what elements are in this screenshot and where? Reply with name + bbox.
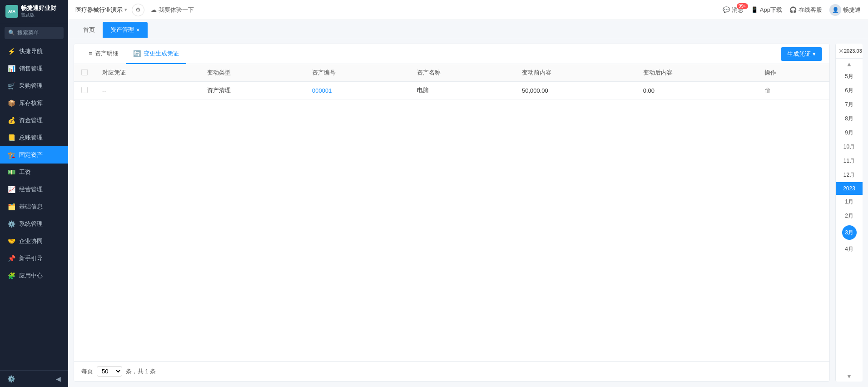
sidebar-item-label: 工资 bbox=[19, 168, 31, 176]
row-checkbox[interactable] bbox=[81, 87, 88, 93]
side-panel: ✕ 2023.03 ⤢ ▲ 5月6月7月8月9月10月11月12月20231月2… bbox=[835, 44, 863, 382]
cell-asset-code[interactable]: 000001 bbox=[305, 82, 410, 99]
tab-change-voucher-label: 变更生成凭证 bbox=[144, 50, 179, 58]
side-panel-expand-icon[interactable]: ⤢ bbox=[862, 47, 863, 55]
month-item-active[interactable]: 3月 bbox=[842, 225, 857, 240]
chevron-down-icon: ▾ bbox=[813, 50, 816, 57]
col-checkbox bbox=[74, 64, 95, 82]
month-item[interactable]: 6月 bbox=[836, 84, 863, 98]
sidebar-item-label: 系统管理 bbox=[19, 220, 43, 228]
sidebar-item-guide[interactable]: 📌 新手引导 bbox=[0, 250, 68, 267]
sales-icon: 📊 bbox=[7, 64, 15, 73]
year-label-2023[interactable]: 2023 bbox=[836, 182, 863, 195]
month-list: 5月6月7月8月9月10月11月12月20231月2月3月4月 bbox=[836, 69, 863, 371]
settings-icon[interactable]: ⚙️ bbox=[7, 375, 15, 382]
company-name: 医疗器械行业演示 bbox=[75, 6, 123, 14]
system-icon: ⚙️ bbox=[7, 220, 15, 228]
search-menu[interactable]: 🔍 搜索菜单 bbox=[5, 27, 64, 39]
month-nav-up[interactable]: ▲ bbox=[836, 59, 863, 69]
app-download-label: App下载 bbox=[760, 6, 782, 14]
app-name: 畅捷通好业财 bbox=[21, 5, 56, 12]
tabbar: 首页 资产管理 ✕ bbox=[68, 20, 868, 38]
per-page-select[interactable]: 50 10 20 100 bbox=[97, 366, 122, 377]
sidebar: AtA 畅捷通好业财 普及版 🔍 搜索菜单 ⚡ 快捷导航 📊 销售管理 🛒 采购… bbox=[0, 0, 68, 387]
sidebar-item-fixed-assets[interactable]: 🏗️ 固定资产 bbox=[0, 146, 68, 164]
tab-asset-detail[interactable]: ≡ 资产明细 bbox=[81, 44, 126, 64]
app-center-icon: 🧩 bbox=[7, 272, 15, 280]
sidebar-item-finance[interactable]: 💰 资金管理 bbox=[0, 112, 68, 129]
side-panel-close-button[interactable]: ✕ bbox=[838, 47, 844, 55]
finance-icon: 💰 bbox=[7, 116, 15, 124]
col-before-change: 变动前内容 bbox=[515, 64, 636, 82]
tab-change-voucher[interactable]: 🔄 变更生成凭证 bbox=[126, 44, 186, 64]
table-footer: 每页 50 10 20 100 条，共 1 条 bbox=[74, 361, 829, 381]
month-item[interactable]: 7月 bbox=[836, 98, 863, 112]
sidebar-item-inventory[interactable]: 📦 库存核算 bbox=[0, 94, 68, 112]
month-item[interactable]: 8月 bbox=[836, 112, 863, 126]
sidebar-item-sales[interactable]: 📊 销售管理 bbox=[0, 60, 68, 77]
list-icon: ≡ bbox=[89, 50, 92, 57]
collapse-icon[interactable]: ◀ bbox=[56, 375, 61, 382]
inner-tabs-bar: ≡ 资产明细 🔄 变更生成凭证 生成凭证 ▾ bbox=[74, 44, 829, 64]
avatar: 👤 bbox=[829, 4, 841, 16]
message-badge: 99+ bbox=[737, 3, 748, 9]
sidebar-item-enterprise[interactable]: 🤝 企业协同 bbox=[0, 233, 68, 250]
table-row: -- 资产清理 000001 电脑 50,000.00 0.00 🗑 bbox=[74, 82, 829, 99]
sidebar-logo: AtA 畅捷通好业财 普及版 bbox=[0, 0, 68, 23]
month-item[interactable]: 2月 bbox=[836, 209, 863, 223]
app-download-button[interactable]: 📱 App下载 bbox=[751, 6, 782, 14]
sidebar-item-app-center[interactable]: 🧩 应用中心 bbox=[0, 267, 68, 284]
topbar: 医疗器械行业演示 ▾ ⚙ ☁ 我要体验一下 💬 消息 99+ 📱 App下载 🎧… bbox=[68, 0, 868, 20]
sidebar-item-label: 固定资产 bbox=[19, 151, 43, 159]
generate-voucher-button[interactable]: 生成凭证 ▾ bbox=[781, 47, 822, 61]
month-item[interactable]: 4月 bbox=[836, 242, 863, 256]
row-checkbox-cell bbox=[74, 82, 95, 99]
col-asset-name: 资产名称 bbox=[410, 64, 515, 82]
sidebar-item-label: 经营管理 bbox=[19, 185, 43, 194]
table-wrapper: 对应凭证 变动类型 资产编号 资产名称 变动前内容 变动后内容 操作 - bbox=[74, 64, 829, 361]
user-menu[interactable]: 👤 畅捷通 bbox=[829, 4, 861, 16]
delete-button[interactable]: 🗑 bbox=[764, 87, 771, 94]
sidebar-item-label: 快捷导航 bbox=[19, 47, 43, 55]
month-nav-down[interactable]: ▼ bbox=[836, 371, 863, 382]
online-service-button[interactable]: 🎧 在线客服 bbox=[789, 6, 822, 14]
tab-asset-mgmt[interactable]: 资产管理 ✕ bbox=[103, 22, 148, 38]
operations-icon: 📈 bbox=[7, 185, 15, 194]
asset-table: 对应凭证 变动类型 资产编号 资产名称 变动前内容 变动后内容 操作 - bbox=[74, 64, 829, 99]
month-item[interactable]: 11月 bbox=[836, 154, 863, 168]
experience-button[interactable]: ☁ 我要体验一下 bbox=[151, 6, 194, 14]
sidebar-item-quick-nav[interactable]: ⚡ 快捷导航 bbox=[0, 43, 68, 60]
tab-home[interactable]: 首页 bbox=[75, 22, 103, 38]
sidebar-item-label: 企业协同 bbox=[19, 237, 43, 245]
inventory-icon: 📦 bbox=[7, 99, 15, 107]
col-asset-code: 资产编号 bbox=[305, 64, 410, 82]
sidebar-item-basic-info[interactable]: 🗂️ 基础信息 bbox=[0, 198, 68, 215]
sidebar-item-label: 总账管理 bbox=[19, 134, 43, 142]
quick-nav-icon: ⚡ bbox=[7, 47, 15, 55]
sidebar-item-ledger[interactable]: 📒 总账管理 bbox=[0, 129, 68, 146]
sidebar-item-operations[interactable]: 📈 经营管理 bbox=[0, 181, 68, 198]
per-page-label: 每页 bbox=[81, 367, 93, 376]
month-item[interactable]: 10月 bbox=[836, 140, 863, 154]
message-button[interactable]: 💬 消息 99+ bbox=[723, 6, 744, 14]
sidebar-item-system[interactable]: ⚙️ 系统管理 bbox=[0, 215, 68, 233]
select-all-checkbox[interactable] bbox=[81, 69, 88, 75]
month-item[interactable]: 5月 bbox=[836, 69, 863, 84]
search-icon: 🔍 bbox=[8, 30, 15, 36]
sidebar-item-purchase[interactable]: 🛒 采购管理 bbox=[0, 77, 68, 94]
main-area: 医疗器械行业演示 ▾ ⚙ ☁ 我要体验一下 💬 消息 99+ 📱 App下载 🎧… bbox=[68, 0, 868, 387]
message-icon: 💬 bbox=[723, 6, 730, 13]
purchase-icon: 🛒 bbox=[7, 82, 15, 90]
sidebar-item-salary[interactable]: 💵 工资 bbox=[0, 164, 68, 181]
company-selector[interactable]: 医疗器械行业演示 ▾ bbox=[75, 6, 127, 14]
month-item[interactable]: 1月 bbox=[836, 195, 863, 209]
sidebar-item-label: 采购管理 bbox=[19, 82, 43, 90]
search-label: 搜索菜单 bbox=[17, 29, 39, 37]
cell-after-change: 0.00 bbox=[636, 82, 757, 99]
month-item[interactable]: 12月 bbox=[836, 168, 863, 182]
tab-close-icon[interactable]: ✕ bbox=[136, 27, 140, 33]
col-after-change: 变动后内容 bbox=[636, 64, 757, 82]
month-item[interactable]: 9月 bbox=[836, 126, 863, 140]
settings-button[interactable]: ⚙ bbox=[132, 4, 144, 16]
sidebar-nav: ⚡ 快捷导航 📊 销售管理 🛒 采购管理 📦 库存核算 💰 资金管理 📒 总账管… bbox=[0, 43, 68, 370]
